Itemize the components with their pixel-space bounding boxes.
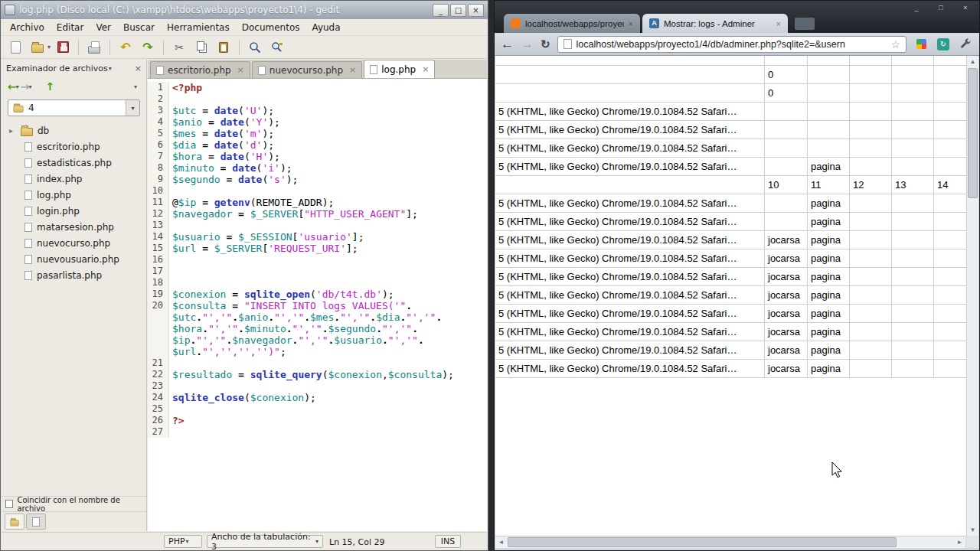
cut-button[interactable]: ✂ — [169, 37, 189, 57]
table-cell — [892, 268, 934, 285]
close-tab-icon[interactable]: × — [349, 65, 356, 75]
close-tab-icon[interactable]: × — [422, 64, 429, 74]
menu-archivo[interactable]: Archivo — [4, 20, 51, 35]
paste-button[interactable] — [214, 37, 234, 57]
open-document-button[interactable] — [28, 37, 47, 57]
editor-tab-escritorio.php[interactable]: escritorio.php× — [150, 61, 250, 78]
tree-folder-db[interactable]: ▸ db — [2, 122, 146, 139]
editor-tab-log.php[interactable]: log.php× — [364, 60, 435, 78]
table-row — [495, 56, 967, 66]
table-cell — [892, 84, 934, 102]
panel-dropdown-icon[interactable]: ▾ — [109, 65, 112, 72]
line-number: 4 — [148, 116, 169, 128]
new-document-button[interactable] — [5, 37, 25, 57]
print-button[interactable] — [84, 37, 104, 57]
reload-button[interactable]: ↻ — [541, 37, 550, 51]
scroll-up-icon[interactable]: ▲ — [967, 56, 978, 67]
scrollbar-thumb[interactable] — [508, 537, 897, 547]
editor-tab-nuevocurso.php[interactable]: nuevocurso.php× — [252, 61, 362, 78]
menu-herramientas[interactable]: Herramientas — [161, 20, 236, 35]
close-tab-icon[interactable]: × — [237, 65, 244, 75]
up-folder-button[interactable]: ↑ — [46, 80, 55, 93]
copy-button[interactable] — [191, 37, 211, 57]
new-tab-button[interactable] — [795, 18, 815, 30]
forward-dropdown-icon[interactable]: ▾ — [28, 83, 31, 90]
save-button[interactable] — [53, 37, 73, 57]
file-item-login.php[interactable]: login.php — [2, 203, 146, 219]
minimize-button[interactable]: _ — [433, 4, 449, 17]
scroll-left-icon[interactable]: ◄ — [495, 536, 507, 548]
file-item-nuevocurso.php[interactable]: nuevocurso.php — [2, 235, 146, 251]
undo-button[interactable]: ↶ — [116, 37, 136, 57]
scroll-down-icon[interactable]: ▼ — [967, 524, 978, 536]
wrench-menu-icon[interactable] — [958, 37, 973, 52]
code-line: 14$usuario = $_SESSION['usuario']; — [148, 231, 487, 243]
file-name: index.php — [37, 174, 82, 184]
table-cell — [850, 231, 892, 249]
panel-tab-file-browser[interactable] — [5, 514, 24, 530]
file-item-nuevousuario.php[interactable]: nuevousuario.php — [2, 251, 146, 267]
table-cell — [808, 139, 850, 157]
search-replace-button[interactable] — [267, 37, 287, 57]
table-cell — [808, 103, 850, 120]
maximize-button[interactable]: □ — [450, 4, 466, 17]
extension-grid-icon[interactable] — [913, 37, 929, 52]
code-area[interactable]: 1<?php23$utc = date('U');4$anio = date('… — [148, 79, 487, 531]
menu-ayuda[interactable]: Ayuda — [305, 20, 346, 35]
tab-width-selector[interactable]: Ancho de la tabulación: 3▾ — [207, 535, 323, 548]
vertical-scrollbar[interactable]: ▲ ▼ — [966, 56, 978, 536]
forward-button[interactable]: → — [521, 37, 534, 52]
url-text[interactable]: localhost/webapps/proyecto1/4/db/adminer… — [577, 39, 887, 50]
file-name: login.php — [37, 206, 80, 217]
table-cell — [934, 305, 967, 322]
bookmark-star-icon[interactable]: ☆ — [890, 38, 900, 51]
minimize-button[interactable]: _ — [907, 2, 926, 13]
extension-sync-icon[interactable]: ↻ — [936, 37, 951, 52]
file-item-estadisticas.php[interactable]: estadisticas.php — [2, 155, 146, 171]
panel-close-icon[interactable]: × — [135, 64, 142, 73]
table-cell: jocarsa — [765, 249, 808, 267]
maximize-button[interactable]: □ — [932, 2, 950, 13]
code-line: 20$consulta = "INSERT INTO logs VALUES('… — [148, 300, 487, 311]
address-bar[interactable]: localhost/webapps/proyecto1/4/db/adminer… — [557, 36, 906, 53]
table-cell — [850, 249, 892, 267]
redo-button[interactable]: ↷ — [138, 37, 158, 57]
file-item-escritorio.php[interactable]: escritorio.php — [2, 139, 146, 155]
close-button[interactable]: × — [468, 4, 484, 17]
folder-selector[interactable]: 4 ▾ — [8, 99, 140, 116]
table-cell — [892, 213, 934, 230]
horizontal-scrollbar[interactable]: ◄ ► — [495, 536, 965, 548]
back-dropdown-icon[interactable]: ▾ — [16, 83, 19, 90]
menu-documentos[interactable]: Documentos — [236, 20, 306, 35]
language-selector[interactable]: PHP▾ — [164, 535, 202, 548]
menu-editar[interactable]: Editar — [51, 20, 90, 35]
close-button[interactable]: × — [956, 2, 975, 13]
table-cell — [808, 66, 850, 83]
close-tab-icon[interactable]: × — [776, 19, 781, 28]
menu-ver[interactable]: Ver — [90, 20, 117, 35]
expander-icon[interactable]: ▸ — [9, 126, 16, 135]
panel-tab-documents[interactable] — [26, 514, 46, 530]
table-cell — [934, 323, 967, 341]
browser-tab-adminer[interactable]: A Mostrar: logs - Adminer × — [642, 14, 788, 33]
back-button[interactable]: ← — [501, 37, 514, 52]
file-item-matarsesion.php[interactable]: matarsesion.php — [2, 219, 146, 235]
close-tab-icon[interactable]: × — [629, 19, 633, 28]
menu-buscar[interactable]: Buscar — [117, 20, 161, 35]
table-cell — [850, 158, 892, 175]
filter-checkbox[interactable] — [5, 500, 13, 508]
scroll-right-icon[interactable]: ► — [954, 536, 965, 548]
table-cell: 13 — [892, 176, 934, 194]
file-item-index.php[interactable]: index.php — [2, 171, 146, 187]
gedit-titlebar[interactable]: log.php (Disco local (C:) \xampp\htdocs\… — [1, 1, 488, 19]
folder-name: db — [38, 126, 49, 136]
folder-dropdown-icon[interactable]: ▾ — [126, 100, 139, 116]
panel-menu-icon[interactable]: ▾ — [134, 83, 137, 90]
file-item-pasarlista.php[interactable]: pasarlista.php — [2, 267, 146, 283]
browser-tab-proyecto1[interactable]: localhost/webapps/proyecto1/ × — [504, 14, 640, 33]
open-dropdown-icon[interactable]: ▾ — [47, 44, 51, 51]
file-item-log.php[interactable]: log.php — [2, 187, 146, 203]
search-button[interactable] — [245, 37, 265, 57]
scrollbar-thumb[interactable] — [968, 68, 978, 198]
table-cell — [934, 121, 967, 139]
